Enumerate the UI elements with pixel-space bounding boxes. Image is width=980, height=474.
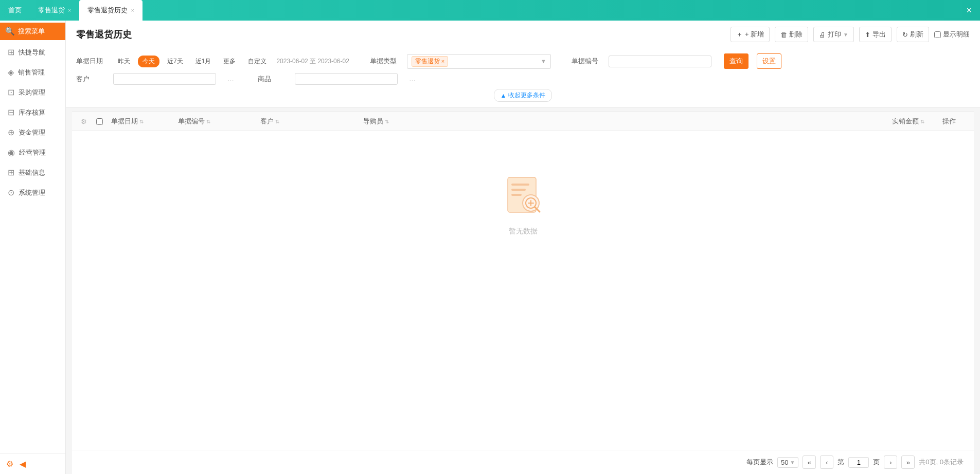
prev-page-btn[interactable]: ‹	[820, 455, 833, 469]
sidebar-item-sales-mgmt[interactable]: ◈销售管理	[0, 62, 65, 82]
column-settings-btn[interactable]: ⚙	[76, 118, 92, 125]
header-actions: ＋ + 新增 🗑 删除 🖨 打印 ▼ ⬆ 导出	[730, 27, 970, 42]
page-header: 零售退货历史 ＋ + 新增 🗑 删除 🖨 打印 ▼	[66, 21, 980, 107]
select-all-checkbox[interactable]	[92, 118, 107, 125]
customer-input[interactable]	[113, 73, 216, 85]
export-button[interactable]: ⬆ 导出	[859, 27, 892, 42]
sidebar-search-label: 搜索菜单	[18, 27, 45, 36]
sidebar-icon-sales-mgmt: ◈	[8, 67, 14, 77]
sidebar-label-finance-mgmt: 资金管理	[19, 128, 45, 137]
page-title: 零售退货历史	[76, 28, 132, 41]
empty-state: 暂无数据	[72, 131, 974, 277]
collapse-label: 收起更多条件	[508, 91, 545, 100]
sidebar-item-system-mgmt[interactable]: ⊙系统管理	[0, 183, 65, 203]
settings-filter-label: 设置	[762, 57, 776, 66]
bill-type-arrow-icon: ▼	[541, 58, 546, 64]
date-btn-yesterday[interactable]: 昨天	[113, 56, 135, 67]
collapse-sidebar-btn[interactable]: ◀	[20, 459, 26, 469]
page-header-top: 零售退货历史 ＋ + 新增 🗑 删除 🖨 打印 ▼	[76, 27, 970, 42]
filter-area: 单据日期 昨天 今天 近7天 近1月 更多 自定义 2023-06-02 至 2…	[76, 48, 970, 107]
new-button[interactable]: ＋ + 新增	[730, 27, 770, 42]
sidebar-label-sales-mgmt: 销售管理	[18, 68, 45, 77]
sidebar: 🔍 搜索菜单 ⊞快捷导航◈销售管理⊡采购管理⊟库存核算⊕资金管理◉经营管理⊞基础…	[0, 21, 66, 474]
sidebar-label-business-mgmt: 经营管理	[19, 148, 46, 157]
date-btn-1month[interactable]: 近1月	[191, 56, 216, 67]
table-header: ⚙ 单据日期 ⇅ 单据编号 ⇅ 客户 ⇅	[72, 112, 974, 131]
date-range-text: 2023-06-02 至 2023-06-02	[276, 57, 349, 66]
col-bill-number-label: 单据编号	[178, 117, 205, 126]
sidebar-icon-basic-info: ⊞	[8, 168, 14, 177]
sidebar-item-finance-mgmt[interactable]: ⊕资金管理	[0, 122, 65, 142]
date-btn-custom[interactable]: 自定义	[243, 56, 271, 67]
col-amount[interactable]: 实销金额 ⇅	[867, 117, 929, 126]
col-bill-date[interactable]: 单据日期 ⇅	[107, 117, 174, 126]
settings-filter-button[interactable]: 设置	[757, 53, 781, 69]
sidebar-item-business-mgmt[interactable]: ◉经营管理	[0, 142, 65, 162]
col-bill-number[interactable]: 单据编号 ⇅	[174, 117, 256, 126]
sidebar-icon-purchase-mgmt: ⊡	[8, 87, 14, 97]
print-arrow-icon: ▼	[843, 32, 848, 38]
delete-label: 删除	[789, 30, 803, 39]
last-page-btn[interactable]: »	[901, 455, 915, 469]
table-container: ⚙ 单据日期 ⇅ 单据编号 ⇅ 客户 ⇅	[72, 112, 974, 450]
sort-amount-icon: ⇅	[920, 119, 924, 124]
date-btn-7days[interactable]: 近7天	[163, 56, 188, 67]
svg-rect-2	[511, 189, 526, 191]
date-btn-more[interactable]: 更多	[219, 56, 240, 67]
new-icon: ＋	[736, 30, 743, 39]
bill-number-input[interactable]	[609, 56, 711, 67]
tab-retail-return-history[interactable]: 零售退货历史×	[79, 0, 142, 21]
per-page-value: 50	[781, 459, 788, 466]
delete-button[interactable]: 🗑 删除	[775, 27, 808, 42]
filter-row-2: 客户 … 商品 …	[76, 73, 970, 85]
show-detail-input[interactable]	[934, 31, 941, 38]
col-customer[interactable]: 客户 ⇅	[256, 117, 359, 126]
first-page-btn[interactable]: «	[803, 455, 816, 469]
col-action: 操作	[929, 117, 970, 126]
tab-home[interactable]: 首页	[0, 0, 30, 21]
bill-type-tag-close[interactable]: ×	[441, 58, 444, 64]
query-button[interactable]: 查询	[724, 53, 749, 69]
window-close-button[interactable]: ×	[958, 5, 980, 16]
print-button[interactable]: 🖨 打印 ▼	[813, 27, 854, 42]
tab-close-retail-return-history[interactable]: ×	[131, 7, 134, 13]
sidebar-item-basic-info[interactable]: ⊞基础信息	[0, 162, 65, 183]
last-page-icon: »	[906, 459, 910, 466]
empty-text: 暂无数据	[509, 227, 538, 236]
collapse-btn[interactable]: ▲ 收起更多条件	[494, 89, 553, 102]
delete-icon: 🗑	[780, 31, 787, 39]
goods-input[interactable]	[295, 73, 398, 85]
date-filter-label: 单据日期	[76, 57, 105, 66]
refresh-icon: ↻	[902, 31, 908, 39]
per-page-select[interactable]: 50 ▼	[777, 457, 798, 468]
sidebar-item-purchase-mgmt[interactable]: ⊡采购管理	[0, 82, 65, 102]
date-btn-today[interactable]: 今天	[138, 56, 159, 67]
export-icon: ⬆	[865, 31, 870, 39]
customer-ellipsis-btn[interactable]: …	[224, 74, 237, 84]
per-page-label: 每页显示	[746, 458, 773, 467]
search-icon: 🔍	[5, 27, 15, 36]
bill-type-select[interactable]: 零售退货 × ▼	[407, 54, 551, 69]
col-guide[interactable]: 导购员 ⇅	[359, 117, 867, 126]
query-label: 查询	[729, 57, 743, 66]
sidebar-label-basic-info: 基础信息	[19, 168, 45, 177]
next-page-btn[interactable]: ›	[884, 455, 897, 469]
tab-close-retail-return[interactable]: ×	[68, 7, 71, 13]
goods-ellipsis-btn[interactable]: …	[406, 74, 419, 84]
sidebar-icon-business-mgmt: ◉	[8, 148, 15, 157]
show-detail-checkbox[interactable]: 显示明细	[934, 30, 970, 39]
filter-row-1: 单据日期 昨天 今天 近7天 近1月 更多 自定义 2023-06-02 至 2…	[76, 53, 970, 69]
collapse-bar: ▲ 收起更多条件	[76, 89, 970, 102]
select-all-input[interactable]	[96, 118, 103, 125]
sidebar-label-purchase-mgmt: 采购管理	[19, 88, 45, 97]
first-page-icon: «	[808, 459, 811, 466]
col-guide-label: 导购员	[363, 117, 383, 126]
settings-btn[interactable]: ⚙	[6, 459, 13, 469]
sidebar-search[interactable]: 🔍 搜索菜单	[0, 23, 65, 40]
tab-retail-return[interactable]: 零售退货×	[30, 0, 79, 21]
sidebar-item-quick-nav[interactable]: ⊞快捷导航	[0, 42, 65, 62]
page-number-input[interactable]	[848, 457, 869, 468]
refresh-button[interactable]: ↻ 刷新	[897, 27, 929, 42]
svg-rect-1	[511, 184, 529, 186]
sidebar-item-inventory-calc[interactable]: ⊟库存核算	[0, 102, 65, 122]
